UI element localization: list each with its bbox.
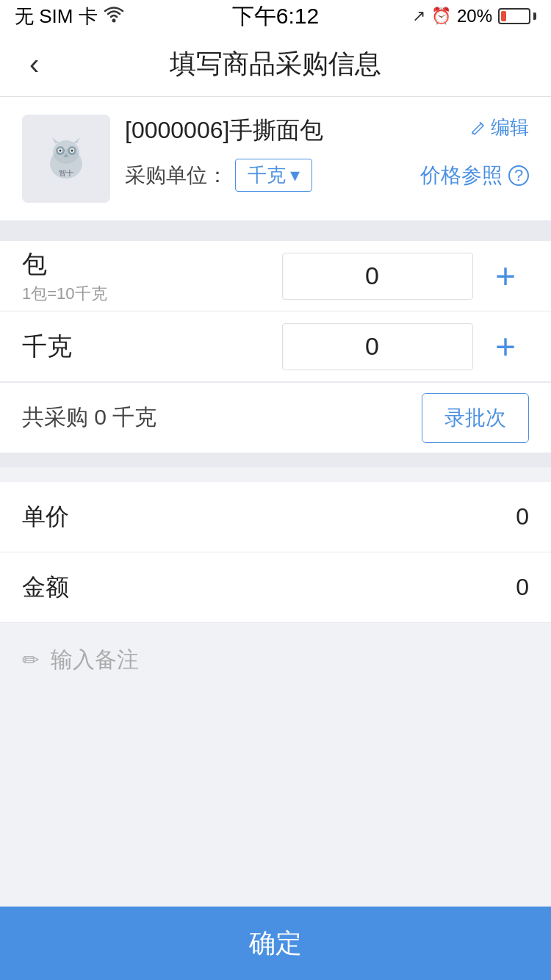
kg-label: 千克 bbox=[22, 330, 110, 364]
product-card: 智十 [0000006]手撕面包 编辑 bbox=[0, 97, 551, 226]
unit-badge[interactable]: 千克 ▾ bbox=[235, 159, 312, 192]
unit-label-text: 采购单位： bbox=[125, 162, 228, 190]
content-area: 智十 [0000006]手撕面包 编辑 bbox=[0, 97, 551, 980]
unit-price-label: 单价 bbox=[22, 501, 69, 533]
batch-button[interactable]: 录批次 bbox=[422, 393, 529, 443]
amount-label: 金额 bbox=[22, 572, 69, 604]
separator-1 bbox=[0, 226, 551, 241]
package-label: 包 bbox=[22, 248, 110, 281]
kg-plus-icon: + bbox=[495, 326, 516, 367]
kg-input[interactable] bbox=[282, 323, 473, 370]
edit-label: 编辑 bbox=[491, 115, 529, 140]
wifi-icon bbox=[104, 5, 124, 28]
package-sub-label: 1包=10千克 bbox=[22, 283, 110, 305]
separator-2 bbox=[0, 453, 551, 467]
dropdown-icon: ▾ bbox=[290, 164, 300, 187]
alarm-icon: ⏰ bbox=[431, 7, 451, 26]
svg-point-8 bbox=[71, 150, 73, 152]
package-row: 包 1包=10千克 + bbox=[0, 241, 551, 311]
svg-marker-10 bbox=[52, 137, 60, 143]
svg-text:智十: 智十 bbox=[59, 169, 73, 177]
nav-bar: ‹ 填写商品采购信息 bbox=[0, 32, 551, 97]
status-time: 下午6:12 bbox=[232, 1, 319, 32]
price-reference-button[interactable]: 价格参照 ? bbox=[420, 162, 529, 190]
kg-plus-button[interactable]: + bbox=[482, 323, 529, 370]
edit-icon bbox=[470, 120, 486, 136]
battery-icon bbox=[498, 8, 536, 24]
location-icon: ↗ bbox=[412, 7, 425, 26]
product-image: 智十 bbox=[22, 115, 110, 203]
help-icon: ? bbox=[508, 165, 529, 186]
svg-point-7 bbox=[60, 150, 62, 152]
product-title: 手撕面包 bbox=[229, 117, 323, 143]
unit-price-value: 0 bbox=[516, 503, 529, 530]
product-logo: 智十 bbox=[40, 133, 92, 184]
amount-row: 金额 0 bbox=[0, 552, 551, 623]
pencil-icon: ✏ bbox=[22, 648, 39, 672]
product-info: [0000006]手撕面包 编辑 采购单位： 千克 ▾ bbox=[125, 115, 529, 192]
unit-price-row: 单价 0 bbox=[0, 482, 551, 552]
svg-point-0 bbox=[112, 18, 115, 22]
sim-text: 无 SIM 卡 bbox=[15, 4, 98, 29]
product-id: [0000006] bbox=[125, 117, 229, 143]
remark-input[interactable]: 输入备注 bbox=[51, 645, 139, 675]
product-name: [0000006]手撕面包 bbox=[125, 115, 323, 147]
price-ref-label: 价格参照 bbox=[420, 162, 503, 190]
amount-value: 0 bbox=[516, 574, 529, 601]
summary-row: 共采购 0 千克 录批次 bbox=[0, 382, 551, 453]
remark-section[interactable]: ✏ 输入备注 bbox=[0, 623, 551, 697]
page-title: 填写商品采购信息 bbox=[170, 46, 381, 82]
back-button[interactable]: ‹ bbox=[22, 40, 46, 88]
unit-selector[interactable]: 采购单位： 千克 ▾ bbox=[125, 159, 312, 192]
package-plus-button[interactable]: + bbox=[482, 253, 529, 300]
confirm-button[interactable]: 确定 bbox=[0, 907, 551, 980]
svg-marker-11 bbox=[73, 137, 80, 143]
battery-percentage: 20% bbox=[457, 6, 492, 26]
quantity-section: 包 1包=10千克 + 千克 + 共采购 0 bbox=[0, 241, 551, 453]
edit-button[interactable]: 编辑 bbox=[470, 115, 529, 140]
status-left: 无 SIM 卡 bbox=[15, 4, 124, 29]
unit-value: 千克 bbox=[248, 162, 286, 188]
price-section: 单价 0 金额 0 bbox=[0, 482, 551, 623]
status-right: ↗ ⏰ 20% bbox=[412, 6, 536, 26]
status-bar: 无 SIM 卡 下午6:12 ↗ ⏰ 20% bbox=[0, 0, 551, 32]
kg-row: 千克 + bbox=[0, 311, 551, 382]
package-plus-icon: + bbox=[495, 256, 516, 296]
package-input[interactable] bbox=[282, 253, 473, 300]
summary-text: 共采购 0 千克 bbox=[22, 403, 156, 433]
